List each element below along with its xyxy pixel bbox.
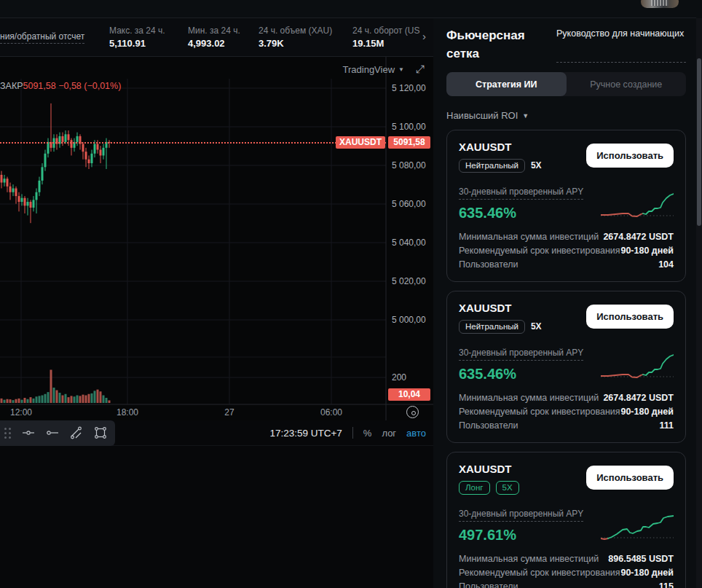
chart-toolbar: 17:23:59 UTC+7 % лог авто [0, 420, 433, 446]
caret-down-icon: ▼ [522, 112, 529, 119]
card-symbol: XAUUSDT [459, 141, 542, 153]
row-value: 104 [658, 258, 674, 272]
apy-sparkline [601, 350, 674, 383]
row-label: Минимальная сумма инвестиций [459, 230, 599, 244]
time-tick: 12:00 [10, 407, 32, 418]
market-stats-bar: ния/обратный отсчет Макс. за 24 ч. 5,110… [0, 18, 433, 57]
panel-header: Фьючерсная сетка Руководство для начинаю… [446, 27, 686, 63]
futures-grid-panel: Фьючерсная сетка Руководство для начинаю… [433, 18, 696, 588]
horizontal-line-tool[interactable] [18, 423, 38, 442]
row-label: Минимальная сумма инвестиций [459, 391, 599, 405]
direction-badge: Нейтральный [459, 159, 525, 173]
clock-utc[interactable]: 17:23:59 UTC+7 [269, 428, 342, 439]
scrollbar-thumb[interactable] [697, 58, 701, 226]
divider [352, 427, 353, 439]
horizontal-ray-tool[interactable] [42, 423, 62, 442]
stat-value: 3.79K [259, 38, 332, 49]
price-tick: 5 080,00 [392, 160, 426, 170]
tradingview-menu[interactable]: TradingView ▼ [343, 64, 404, 75]
strategy-card: XAUUSDT Нейтральный 5X Использовать 30-д… [446, 130, 686, 282]
tradingview-label: TradingView [343, 64, 395, 75]
rectangle-tool[interactable] [91, 423, 111, 442]
beginners-guide-link[interactable]: Руководство для начинающих [556, 27, 686, 63]
price-tick: 5 040,00 [392, 238, 426, 248]
price-chart[interactable]: TradingView ▼ ⤢ ЗАКР5091,58 −0,58 (−0,01… [0, 57, 433, 420]
price-tick: 5 000,00 [392, 315, 426, 325]
stat-value: 4,993.02 [188, 38, 240, 49]
candlestick-canvas[interactable] [0, 57, 433, 420]
row-value: 115 [659, 580, 674, 588]
use-strategy-button[interactable]: Использовать [586, 144, 674, 168]
top-strip [0, 0, 696, 18]
axis-settings-group: 17:23:59 UTC+7 % лог авто [269, 427, 426, 439]
use-strategy-button[interactable]: Использовать [586, 466, 674, 490]
strategy-card: XAUUSDT Нейтральный 5X Использовать 30-д… [446, 291, 686, 443]
last-price-tag: 5091,58 [388, 136, 430, 149]
stat-value: 19.15M [352, 38, 419, 49]
tab-ai-strategy[interactable]: Стратегия ИИ [446, 72, 567, 96]
row-value: 896.5485 USDT [608, 552, 674, 566]
row-label: Рекомендуемый срок инвестирования [459, 566, 620, 580]
apy-value: 635.46% [459, 205, 583, 222]
stat-high-24h: Макс. за 24 ч. 5,110.91 [109, 26, 165, 49]
funding-countdown-link[interactable]: ния/обратный отсчет [0, 31, 84, 44]
row-label: Рекомендуемый срок инвестирования [459, 405, 620, 419]
stat-turnover-24h: 24 ч. оборот (US 19.15M [352, 26, 419, 49]
apy-label[interactable]: 30-дневный проверенный APY [459, 509, 583, 522]
scale-settings-icon[interactable] [406, 406, 419, 418]
apy-sparkline [601, 511, 674, 544]
trading-page: ния/обратный отсчет Макс. за 24 ч. 5,110… [0, 0, 702, 588]
stat-label: Мин. за 24 ч. [188, 26, 240, 36]
fullscreen-icon[interactable]: ⤢ [416, 63, 425, 76]
leverage-badge: 5X [496, 481, 519, 495]
strategy-tabs: Стратегия ИИ Ручное создание [446, 72, 686, 96]
log-scale-button[interactable]: лог [382, 428, 396, 439]
auto-scale-button[interactable]: авто [406, 428, 426, 439]
stat-low-24h: Мин. за 24 ч. 4,993.02 [188, 26, 240, 49]
use-strategy-button[interactable]: Использовать [586, 305, 674, 329]
stat-volume-24h: 24 ч. объем (XAU) 3.79K [259, 26, 332, 49]
strategy-card: XAUUSDT Лонг 5X Использовать 30-дневный … [446, 452, 686, 588]
time-tick: 27 [224, 407, 234, 418]
leverage-badge: 5X [531, 159, 542, 173]
stat-label: 24 ч. оборот (US [352, 26, 419, 36]
price-tick: 5 100,00 [392, 122, 426, 132]
percent-scale-button[interactable]: % [363, 428, 372, 439]
apy-label[interactable]: 30-дневный проверенный APY [459, 187, 583, 200]
row-value: 90-180 дней [620, 244, 674, 258]
row-label: Пользователи [459, 419, 518, 433]
apy-value: 497.61% [459, 527, 583, 544]
symbol-price-tag: XAUUSDT [336, 136, 385, 149]
direction-badge: Лонг [459, 481, 490, 495]
row-value: 111 [660, 419, 674, 433]
row-label: Минимальная сумма инвестиций [459, 552, 599, 566]
direction-badge: Нейтральный [459, 320, 525, 334]
scrollbar-track[interactable] [696, 18, 702, 588]
row-value: 2674.8472 USDT [603, 391, 674, 405]
volume-tick: 200 [392, 372, 406, 383]
stat-label: Макс. за 24 ч. [109, 26, 165, 36]
last-price-line [0, 142, 386, 144]
trend-line-tool[interactable] [67, 423, 87, 442]
chart-attribution: TradingView ▼ ⤢ [343, 63, 425, 76]
drag-handle[interactable] [4, 428, 11, 439]
apy-value: 635.46% [459, 366, 583, 383]
legend-values: 5091,58 −0,58 (−0,01%) [23, 81, 122, 91]
row-label: Пользователи [459, 258, 518, 272]
tab-manual-create[interactable]: Ручное создание [567, 72, 687, 96]
time-tick: 18:00 [117, 407, 138, 418]
apy-label[interactable]: 30-дневный проверенный APY [459, 348, 583, 361]
price-tick: 5 060,00 [392, 199, 426, 209]
card-symbol: XAUUSDT [459, 463, 519, 475]
row-value: 90-180 дней [620, 405, 674, 419]
stat-value: 5,110.91 [109, 38, 165, 49]
stat-label: 24 ч. объем (XAU) [259, 26, 332, 36]
sort-label: Наивысший ROI [446, 110, 518, 121]
drawing-tools-group [0, 420, 115, 446]
sort-dropdown[interactable]: Наивысший ROI ▼ [446, 110, 686, 121]
chart-column: ния/обратный отсчет Макс. за 24 ч. 5,110… [0, 18, 433, 588]
stats-next-chevron-icon[interactable]: › [422, 30, 426, 42]
price-tick: 5 120,00 [392, 83, 426, 93]
price-tick: 5 020,00 [392, 276, 426, 286]
legend-prefix: ЗАКР [0, 81, 23, 91]
